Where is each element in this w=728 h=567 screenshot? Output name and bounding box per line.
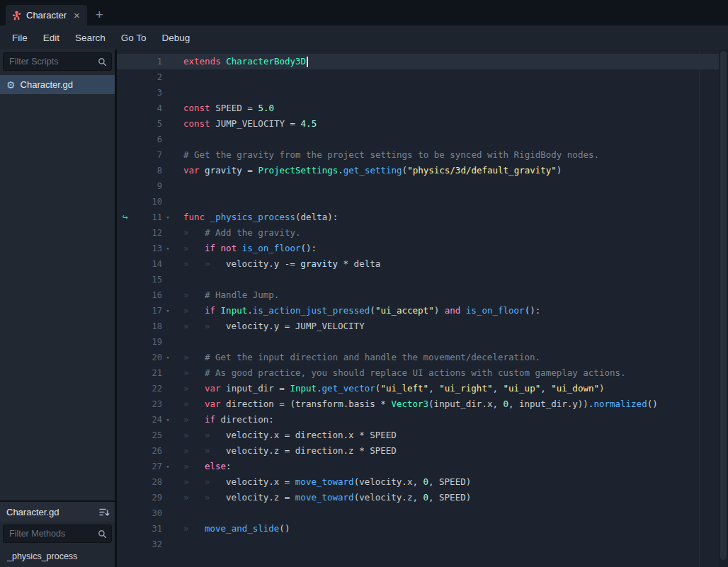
line-number[interactable]: 25 <box>134 428 162 443</box>
code-line-8[interactable]: 8var gravity = ProjectSettings.get_setti… <box>117 163 728 178</box>
code-line-7[interactable]: 7# Get the gravity from the project sett… <box>117 147 728 163</box>
tab-close-icon[interactable]: × <box>74 10 80 21</box>
line-number[interactable]: 22 <box>134 381 162 396</box>
menu-go-to[interactable]: Go To <box>113 25 154 50</box>
code-line-13[interactable]: 13▾»if not is_on_floor(): <box>117 241 728 256</box>
tab-indent-marker: » <box>205 319 226 334</box>
code-line-30[interactable]: 30 <box>117 505 728 521</box>
code-text: func _physics_process(delta): <box>174 210 338 225</box>
line-number[interactable]: 26 <box>134 443 162 459</box>
code-line-5[interactable]: 5const JUMP_VELOCITY = 4.5 <box>117 116 728 132</box>
line-number[interactable]: 4 <box>134 101 162 116</box>
code-line-9[interactable]: 9 <box>117 178 728 194</box>
line-number[interactable]: 1 <box>134 54 162 69</box>
token-num: 0 <box>503 399 508 409</box>
scrollbar-thumb[interactable] <box>720 51 727 560</box>
new-tab-button[interactable]: + <box>96 8 103 21</box>
code-line-29[interactable]: 29»»velocity.z = move_toward(velocity.z,… <box>117 490 728 505</box>
menu-search[interactable]: Search <box>67 25 113 50</box>
tab-indent-marker: » <box>205 490 226 505</box>
line-number[interactable]: 10 <box>134 194 162 210</box>
fold-chevron-icon[interactable]: ▾ <box>162 412 174 428</box>
line-number[interactable]: 8 <box>134 163 162 178</box>
line-number[interactable]: 16 <box>134 287 162 303</box>
tab-indent-marker: » <box>183 256 205 272</box>
method-item[interactable]: _physics_process <box>0 547 115 566</box>
menu-edit[interactable]: Edit <box>35 25 67 50</box>
filter-methods-input[interactable] <box>3 525 112 543</box>
line-number[interactable]: 23 <box>134 396 162 412</box>
line-number[interactable]: 31 <box>134 521 162 537</box>
menu-debug[interactable]: Debug <box>154 25 198 50</box>
token-type: Input <box>221 305 248 316</box>
code-line-12[interactable]: 12»# Add the gravity. <box>117 225 728 241</box>
fold-gutter <box>162 194 174 210</box>
code-line-4[interactable]: 4const SPEED = 5.0 <box>117 101 728 116</box>
filter-scripts-input[interactable] <box>3 52 112 71</box>
code-line-16[interactable]: 16»# Handle Jump. <box>117 287 728 303</box>
code-line-22[interactable]: 22»var input_dir = Input.get_vector("ui_… <box>117 381 728 396</box>
line-number[interactable]: 12 <box>134 225 162 241</box>
code-line-18[interactable]: 18»»velocity.y = JUMP_VELOCITY <box>117 319 728 334</box>
line-number[interactable]: 30 <box>134 505 162 521</box>
code-line-10[interactable]: 10 <box>117 194 728 210</box>
code-line-3[interactable]: 3 <box>117 85 728 101</box>
code-line-6[interactable]: 6 <box>117 132 728 147</box>
tab-indent-marker: » <box>183 396 205 412</box>
line-number[interactable]: 24 <box>134 412 162 428</box>
line-number[interactable]: 20 <box>134 350 162 365</box>
line-number[interactable]: 3 <box>134 85 162 101</box>
line-number[interactable]: 32 <box>134 537 162 552</box>
code-line-27[interactable]: 27▾»else: <box>117 459 728 474</box>
line-number[interactable]: 11 <box>134 210 162 225</box>
line-number[interactable]: 9 <box>134 178 162 194</box>
tab-character[interactable]: Character × <box>6 5 87 25</box>
code-line-23[interactable]: 23»var direction = (transform.basis * Ve… <box>117 396 728 412</box>
code-line-2[interactable]: 2 <box>117 69 728 85</box>
sort-methods-button[interactable] <box>93 502 115 522</box>
line-number[interactable]: 13 <box>134 241 162 256</box>
code-line-21[interactable]: 21»# As good practice, you should replac… <box>117 365 728 381</box>
line-number[interactable]: 14 <box>134 256 162 272</box>
code-line-19[interactable]: 19 <box>117 334 728 350</box>
line-number[interactable]: 2 <box>134 69 162 85</box>
code-line-32[interactable]: 32 <box>117 537 728 552</box>
code-line-15[interactable]: 15 <box>117 272 728 287</box>
line-number[interactable]: 7 <box>134 147 162 163</box>
fold-gutter <box>162 396 174 412</box>
line-number[interactable]: 19 <box>134 334 162 350</box>
line-number[interactable]: 18 <box>134 319 162 334</box>
code-line-25[interactable]: 25»»velocity.x = direction.x * SPEED <box>117 428 728 443</box>
code-line-24[interactable]: 24▾»if direction: <box>117 412 728 428</box>
code-line-28[interactable]: 28»»velocity.x = move_toward(velocity.x,… <box>117 474 728 490</box>
token-mem: gravity <box>300 258 338 269</box>
line-number[interactable]: 17 <box>134 303 162 319</box>
code-line-1[interactable]: 1extends CharacterBody3D <box>117 54 728 69</box>
code-line-31[interactable]: 31»move_and_slide() <box>117 521 728 537</box>
fold-chevron-icon[interactable]: ▾ <box>162 210 174 225</box>
code-line-17[interactable]: 17▾»if Input.is_action_just_pressed("ui_… <box>117 303 728 319</box>
fold-chevron-icon[interactable]: ▾ <box>162 241 174 256</box>
token-txt: velocity.x = <box>226 476 295 487</box>
gutter-spacer <box>117 381 134 396</box>
code-text: »var direction = (transform.basis * Vect… <box>174 396 658 412</box>
fold-chevron-icon[interactable]: ▾ <box>162 303 174 319</box>
fold-chevron-icon[interactable]: ▾ <box>162 350 174 365</box>
line-number[interactable]: 6 <box>134 132 162 147</box>
script-item[interactable]: ⚙Character.gd <box>0 75 115 94</box>
menu-file[interactable]: File <box>4 25 35 50</box>
code-line-14[interactable]: 14»»velocity.y -= gravity * delta <box>117 256 728 272</box>
line-number[interactable]: 15 <box>134 272 162 287</box>
code-line-11[interactable]: ↪11▾func _physics_process(delta): <box>117 210 728 225</box>
line-number[interactable]: 28 <box>134 474 162 490</box>
line-number[interactable]: 29 <box>134 490 162 505</box>
editor-scrollbar[interactable] <box>719 50 728 567</box>
code-editor[interactable]: 1extends CharacterBody3D234const SPEED =… <box>117 50 728 567</box>
code-line-20[interactable]: 20▾»# Get the input direction and handle… <box>117 350 728 365</box>
line-number[interactable]: 21 <box>134 365 162 381</box>
code-line-26[interactable]: 26»»velocity.z = direction.z * SPEED <box>117 443 728 459</box>
fold-chevron-icon[interactable]: ▾ <box>162 459 174 474</box>
line-number[interactable]: 27 <box>134 459 162 474</box>
fold-gutter <box>162 272 174 287</box>
line-number[interactable]: 5 <box>134 116 162 132</box>
